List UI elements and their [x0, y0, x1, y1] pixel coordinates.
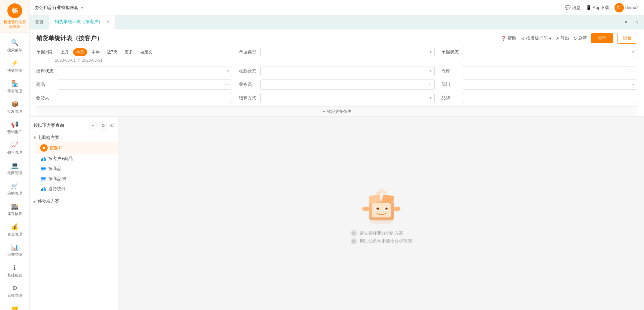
sidebar-item-2[interactable]: 🏪零售管理 [0, 76, 29, 97]
svg-rect-29 [362, 207, 370, 211]
department-label: 部门 [441, 82, 460, 88]
desktop-schemes-label: 电脑端方案 [38, 135, 59, 141]
settlement-label: 结算方式 [239, 95, 258, 101]
svg-rect-4 [45, 158, 46, 161]
order-type-input[interactable]: ▾ [260, 47, 435, 57]
svg-rect-8 [41, 171, 43, 171]
mobile-schemes-arrow: ▶ [34, 200, 36, 203]
tab-bar: 首页 销货单统计表（按客户） ✕ ✕ ⤡ [30, 15, 644, 29]
payment-status-label: 收款状态 [239, 68, 258, 74]
header-dropdown-icon[interactable]: ▾ [81, 5, 83, 10]
tab-expand-button[interactable]: ⤡ [632, 17, 641, 27]
salesperson-input[interactable]: ··· [260, 80, 435, 90]
collapse-bar[interactable]: ∧ 收起更多条件 [36, 106, 637, 116]
message-button[interactable]: 💬 消息 [565, 5, 581, 11]
sidebar-item-4[interactable]: 📢营销推广 [0, 117, 29, 138]
warehouse-dots: ··· [630, 68, 634, 74]
stock-status-row: 出库状态 ▾ [36, 66, 232, 76]
scheme-settings-button[interactable]: ⚙ [99, 121, 107, 130]
message-icon: 💬 [565, 5, 571, 10]
svg-rect-9 [41, 177, 46, 178]
date-this-month-btn[interactable]: 本月 [73, 48, 87, 56]
sidebar-item-7[interactable]: 🛒采购管理 [0, 179, 29, 199]
scheme-by-goods[interactable]: 按商品 [35, 164, 118, 174]
date-last-month-btn[interactable]: 上月 [58, 48, 72, 56]
brand-input[interactable]: ··· [463, 93, 637, 103]
refresh-button[interactable]: ↻ 刷新 [573, 35, 587, 41]
empty-illustration [360, 183, 403, 226]
goods-dots: ··· [225, 82, 229, 88]
desktop-schemes-header[interactable]: ▶ 电脑端方案 [30, 133, 118, 142]
sidebar-item-6[interactable]: 💻电商管理 [0, 158, 29, 179]
tab-home[interactable]: 首页 [30, 15, 49, 29]
date-this-year-btn[interactable]: 本年 [89, 48, 103, 56]
sidebar-item-12[interactable]: ⚙系统管理 [0, 281, 29, 302]
warehouse-input[interactable]: ··· [463, 66, 637, 76]
scheme-by-customer[interactable]: 按客户 [35, 142, 118, 154]
scheme-by-goods99[interactable]: 按商品99 [35, 174, 118, 184]
order-status-input[interactable]: ▾ [463, 47, 637, 57]
app-download-button[interactable]: 📱 App下载 [586, 5, 609, 11]
tab-actions: ✕ ⤡ [621, 17, 644, 27]
sidebar-item-5[interactable]: 📈销售管理 [0, 138, 29, 158]
receiver-input[interactable]: ··· [58, 93, 232, 103]
svg-point-32 [379, 188, 384, 194]
date-7days-btn[interactable]: 近7天 [104, 48, 120, 56]
empty-hint-1: ① 请先选择要分析的方案 [351, 230, 412, 236]
left-panel-header: 按以下方案查询 + ⚙ ≪ [30, 119, 118, 132]
panel-collapse-button[interactable]: ≪ [109, 123, 114, 128]
date-filter-row: 单据日期 上月 本月 本年 近7天 更多 自定义 [36, 47, 232, 57]
goods-row: 商品 ··· [36, 80, 232, 90]
payment-status-input[interactable]: ▾ [260, 66, 435, 76]
sidebar-item-9[interactable]: 💰资金管理 [0, 220, 29, 240]
right-panel: ① 请先选择要分析的方案 ② 用过滤条件来缩小分析范围 [118, 117, 644, 310]
desktop-schemes-children: 按客户 按客户+商品 [30, 142, 118, 194]
sidebar-item-0[interactable]: 🔍搜索菜单 [0, 36, 29, 56]
sidebar-item-11[interactable]: ℹ基础信息 [0, 261, 29, 281]
receiver-dots: ··· [225, 95, 229, 101]
settings-button[interactable]: 设置 [617, 33, 637, 44]
svg-rect-12 [41, 181, 43, 182]
export-button[interactable]: ↗ 导出 [555, 35, 569, 41]
scheme-by-customer-goods[interactable]: 按客户+商品 [35, 154, 118, 164]
settlement-input[interactable]: ▾ [260, 93, 435, 103]
sidebar-item-10[interactable]: 📊经营管理 [0, 240, 29, 261]
left-panel-title: 按以下方案查询 [34, 122, 64, 128]
help-button[interactable]: ❓ 帮助 [501, 35, 516, 41]
sidebar-item-8[interactable]: 🏬库存核算 [0, 199, 29, 220]
department-row: 部门 ▾ [441, 80, 637, 90]
svg-rect-3 [44, 157, 45, 161]
user-profile[interactable]: Ea demo2 [614, 3, 639, 12]
svg-rect-7 [41, 169, 46, 170]
svg-rect-14 [42, 188, 43, 191]
add-scheme-button[interactable]: + [89, 121, 97, 130]
print-dropdown-icon[interactable]: ▾ [549, 36, 551, 41]
svg-rect-20 [368, 195, 381, 204]
desktop-schemes-section: ▶ 电脑端方案 按客户 [30, 132, 118, 195]
goods-input[interactable]: ··· [58, 80, 232, 90]
sidebar-item-13[interactable]: 🤝企业协同 [0, 302, 29, 310]
query-button[interactable]: 查询 [591, 33, 613, 43]
svg-point-27 [377, 208, 379, 209]
stock-status-input[interactable]: ▾ [58, 66, 232, 76]
department-input[interactable]: ▾ [463, 80, 637, 90]
sidebar-item-1[interactable]: ⚡快捷导航 [0, 56, 29, 76]
tab-close-window-button[interactable]: ✕ [621, 17, 631, 27]
date-custom-btn[interactable]: 自定义 [137, 48, 155, 56]
order-type-label: 单据类型 [239, 49, 258, 55]
order-type-arrow: ▾ [430, 50, 432, 54]
mobile-schemes-header[interactable]: ▶ 移动端方案 [30, 197, 118, 206]
warehouse-row: 仓库 ··· [441, 66, 637, 76]
page-title-row: 销货单统计表（按客户） ❓ 帮助 🖨 按模板打印 ▾ ↗ 导出 [36, 33, 637, 44]
sidebar-item-3[interactable]: 📦批发管理 [0, 97, 29, 117]
empty-svg [360, 183, 403, 226]
download-icon: 📱 [586, 5, 591, 10]
date-buttons: 上月 本月 本年 近7天 更多 自定义 [58, 48, 155, 56]
print-button[interactable]: 🖨 按模板打印 ▾ [520, 35, 551, 41]
empty-hint-2: ② 用过滤条件来缩小分析范围 [351, 238, 412, 244]
stock-status-arrow: ▾ [227, 69, 229, 73]
date-more-btn[interactable]: 更多 [122, 48, 136, 56]
tab-close-icon[interactable]: ✕ [106, 19, 109, 24]
scheme-returns[interactable]: 退货统计 [35, 184, 118, 194]
tab-sales-stats[interactable]: 销货单统计表（按客户） ✕ [49, 15, 115, 29]
